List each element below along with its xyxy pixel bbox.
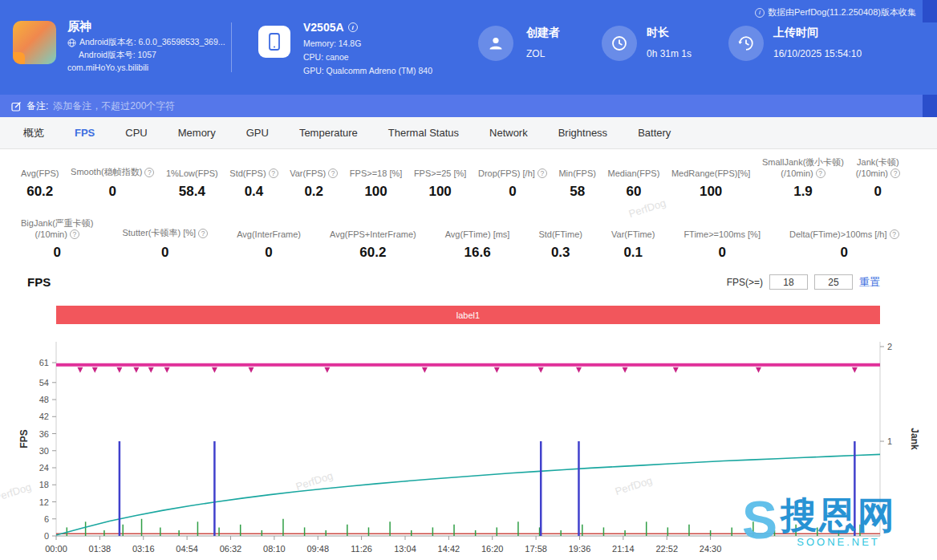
tab-gpu[interactable]: GPU	[231, 117, 284, 149]
stat-medrange-fps: MedRange(FPS)[%] 100	[671, 154, 750, 200]
stat-value: 60.2	[359, 245, 386, 261]
globe-icon	[67, 39, 76, 47]
fps-chart[interactable]: 061218243036424854611200:0001:3803:1604:…	[0, 326, 937, 560]
tab-temperature[interactable]: Temperature	[284, 117, 373, 149]
device-gpu: GPU: Qualcomm Adreno (TM) 840	[303, 66, 432, 75]
stat-value: 100	[364, 184, 387, 200]
info-icon[interactable]: ?	[328, 168, 338, 178]
stat-value: 58.4	[179, 184, 205, 200]
device-info-icon[interactable]: i	[348, 22, 358, 32]
fps-chart-svg[interactable]: 061218243036424854611200:0001:3803:1604:…	[0, 326, 937, 560]
remark-bar[interactable]: 备注: 添加备注，不超过200个字符	[0, 95, 937, 117]
stat-label-line2: (/10min)	[781, 168, 813, 178]
tab-battery[interactable]: Battery	[623, 117, 686, 149]
stat-value: 60	[626, 184, 641, 200]
perfdog-report-page: 原神 Android版本名: 6.0.0_36598533_369... And…	[0, 0, 937, 560]
info-icon[interactable]: ?	[198, 229, 208, 238]
stat-value: 0.2	[304, 184, 323, 200]
stat-label: SmallJank(微小卡顿)	[762, 156, 844, 168]
stat-value: 100	[700, 184, 722, 200]
info-icon[interactable]: ?	[816, 168, 825, 178]
svg-text:04:54: 04:54	[176, 544, 198, 554]
stat-smooth: Smooth(稳帧指数)? 0	[71, 154, 154, 200]
remark-input[interactable]: 添加备注，不超过200个字符	[53, 99, 175, 113]
scrollbar-thumb[interactable]	[923, 0, 937, 22]
info-icon[interactable]: ?	[269, 168, 278, 178]
info-icon[interactable]: ?	[70, 229, 79, 239]
game-android-version-code: Android版本号: 1057	[79, 50, 156, 61]
stat-label: Min(FPS)	[558, 168, 595, 178]
stat-bigjank: BigJank(严重卡顿) (/10min)? 0	[21, 215, 93, 261]
svg-text:19:36: 19:36	[569, 544, 591, 554]
stat-label: Smooth(稳帧指数)	[71, 166, 142, 178]
reset-button[interactable]: 重置	[859, 275, 880, 290]
fps-threshold-min-input[interactable]	[769, 274, 808, 290]
game-android-version-name: Android版本名: 6.0.0_36598533_369...	[67, 37, 225, 48]
info-icon[interactable]: ?	[890, 229, 899, 239]
device-model-text: V2505A	[303, 21, 344, 34]
stat-label: FPS>=18 [%]	[350, 168, 402, 178]
report-tabbar: 概览 FPS CPU Memory GPU Temperature Therma…	[0, 117, 937, 149]
stat-label: Avg(FPS+InterFrame)	[330, 229, 416, 239]
stat-avg-interframe: Avg(InterFrame) 0	[237, 215, 301, 261]
game-android-version-name-text: Android版本名: 6.0.0_36598533_369...	[79, 37, 225, 48]
stat-jank: Jank(卡顿) (/10min)? 0	[856, 154, 900, 200]
stat-value: 0.1	[623, 245, 643, 261]
stat-fps-ge-25: FPS>=25 [%] 100	[414, 154, 466, 200]
info-icon[interactable]: ?	[537, 168, 547, 178]
tab-thermal-status[interactable]: Thermal Status	[373, 117, 474, 149]
svg-text:11:26: 11:26	[351, 544, 372, 554]
svg-text:0: 0	[44, 531, 49, 541]
svg-text:08:10: 08:10	[263, 544, 286, 554]
svg-text:03:16: 03:16	[132, 544, 155, 554]
info-icon[interactable]: ?	[144, 168, 154, 177]
stat-value: 0	[841, 245, 848, 261]
tab-network[interactable]: Network	[474, 117, 543, 149]
stat-label: Delta(FTime)>100ms [/h]	[789, 229, 887, 239]
fps-stats-row-1: Avg(FPS) 60.2 Smooth(稳帧指数)? 0 1%Low(FPS)…	[0, 154, 937, 200]
tab-cpu[interactable]: CPU	[110, 117, 162, 149]
clock-icon	[610, 34, 628, 52]
svg-text:24:30: 24:30	[700, 544, 722, 554]
tab-memory[interactable]: Memory	[163, 117, 231, 149]
creator-value: ZOL	[526, 48, 545, 59]
edit-icon	[11, 101, 22, 112]
stat-label: FPS>=25 [%]	[414, 168, 466, 178]
stat-label: Avg(FPS)	[21, 168, 59, 178]
game-app-badge-icon	[13, 52, 25, 64]
stat-label: BigJank(严重卡顿)	[21, 217, 93, 229]
tab-brightness[interactable]: Brightness	[543, 117, 623, 149]
device-cpu: CPU: canoe	[303, 52, 349, 62]
svg-text:00:00: 00:00	[45, 544, 67, 554]
tab-overview[interactable]: 概览	[8, 117, 59, 149]
duration-value: 0h 31m 1s	[647, 48, 692, 59]
info-icon[interactable]: ?	[890, 168, 900, 178]
fps-section-title: FPS	[27, 275, 51, 289]
svg-text:Jank: Jank	[909, 428, 920, 450]
device-memory: Memory: 14.8G	[303, 39, 361, 48]
game-name: 原神	[67, 19, 91, 34]
person-icon	[487, 34, 505, 52]
stat-label: Drop(FPS) [/h]	[478, 168, 535, 178]
creator-label: 创建者	[526, 26, 560, 40]
stat-var-ftime: Var(FTime) 0.1	[611, 215, 655, 261]
upload-time-label: 上传时间	[773, 26, 818, 40]
fps-threshold-max-input[interactable]	[814, 274, 853, 290]
stat-avg-fps-interframe: Avg(FPS+InterFrame) 60.2	[330, 215, 416, 261]
scrollbar-thumb[interactable]	[923, 95, 937, 117]
svg-text:14:42: 14:42	[438, 544, 460, 554]
upload-time-value: 16/10/2025 15:54:10	[773, 48, 862, 59]
header-divider	[231, 22, 232, 72]
device-model: V2505A i	[303, 21, 358, 34]
svg-text:30: 30	[39, 446, 49, 456]
collect-info: i 数据由PerfDog(11.2.250408)版本收集	[755, 6, 916, 18]
stat-label: Var(FTime)	[611, 229, 655, 239]
svg-text:1: 1	[887, 436, 892, 446]
svg-text:18: 18	[39, 480, 49, 489]
stat-value: 0	[161, 245, 168, 261]
tab-fps[interactable]: FPS	[59, 117, 110, 149]
stat-value: 0	[718, 245, 725, 261]
stat-value: 0	[54, 245, 61, 261]
stat-label: Stutter(卡顿率) [%]	[122, 227, 196, 239]
stat-var-fps: Var(FPS)? 0.2	[290, 154, 338, 200]
